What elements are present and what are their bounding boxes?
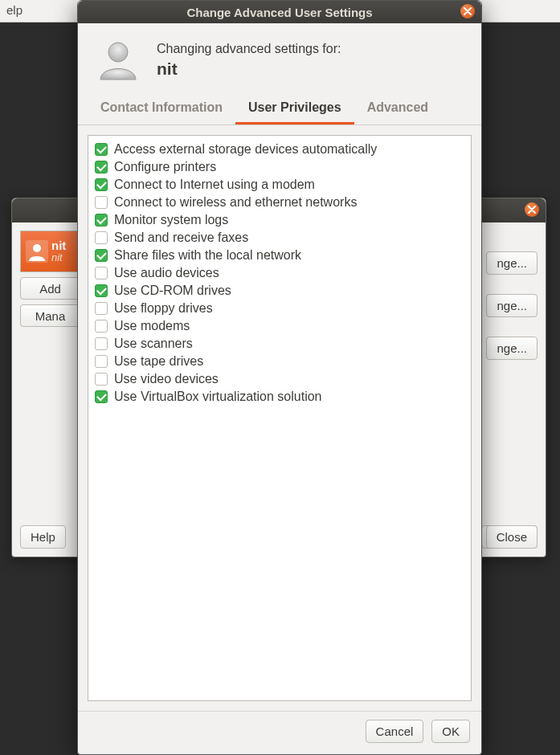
privilege-label: Use audio devices (114, 266, 219, 280)
privilege-row: Use audio devices (92, 264, 468, 282)
privilege-checkbox[interactable] (95, 284, 108, 297)
privilege-checkbox[interactable] (95, 214, 108, 226)
change-button-0[interactable]: nge... (486, 251, 538, 275)
privilege-label: Use scanners (114, 337, 193, 351)
user-login: nit (51, 252, 66, 263)
privilege-row: Use floppy drives (92, 300, 468, 317)
tab-user-privileges[interactable]: User Privileges (235, 94, 354, 124)
privilege-label: Connect to wireless and ethernet network… (114, 195, 357, 210)
privilege-checkbox[interactable] (95, 302, 108, 315)
close-icon[interactable] (460, 4, 475, 18)
tab-advanced[interactable]: Advanced (354, 94, 441, 124)
manage-button-label: Mana (35, 309, 66, 323)
avatar-icon (26, 240, 48, 263)
privilege-row: Connect to wireless and ethernet network… (92, 194, 468, 211)
user-avatar-icon (96, 38, 141, 83)
change-button-2[interactable]: nge... (486, 337, 538, 360)
privilege-label: Access external storage devices automati… (114, 142, 377, 157)
privilege-label: Use video devices (114, 372, 219, 386)
dialog-footer: Cancel OK (78, 711, 481, 754)
cancel-button[interactable]: Cancel (366, 720, 424, 743)
privilege-checkbox[interactable] (95, 249, 108, 262)
privilege-row: Send and receive faxes (92, 229, 468, 247)
user-item-selected[interactable]: nit nit (21, 231, 80, 271)
privilege-row: Use scanners (92, 335, 468, 353)
privilege-row: Use CD-ROM drives (92, 282, 468, 300)
privilege-row: Share files with the local network (92, 247, 468, 264)
tab-content-privileges: Access external storage devices automati… (78, 125, 481, 711)
privilege-checkbox[interactable] (95, 231, 108, 244)
privilege-checkbox[interactable] (95, 178, 108, 191)
add-user-button[interactable]: Add (20, 277, 80, 300)
privilege-row: Use tape drives (92, 353, 468, 370)
privilege-row: Monitor system logs (92, 211, 468, 229)
close-button[interactable]: Close (486, 525, 538, 549)
privilege-checkbox[interactable] (95, 355, 108, 368)
help-button[interactable]: Help (20, 525, 66, 549)
privilege-row: Use modems (92, 317, 468, 335)
privilege-label: Use tape drives (114, 354, 203, 369)
privilege-label: Connect to Internet using a modem (114, 178, 315, 192)
privilege-checkbox[interactable] (95, 267, 108, 280)
privilege-label: Configure printers (114, 160, 216, 174)
close-icon[interactable] (525, 202, 539, 217)
users-sidebar: nit nit (20, 231, 80, 272)
privilege-label: Use VirtualBox virtualization solution (114, 390, 322, 404)
svg-point-0 (33, 244, 41, 252)
privilege-row: Access external storage devices automati… (92, 141, 468, 158)
dialog-titlebar: Change Advanced User Settings (78, 1, 481, 23)
privilege-checkbox[interactable] (95, 196, 108, 209)
tab-contact-information[interactable]: Contact Information (88, 94, 235, 124)
dialog-header: Changing advanced settings for: nit (78, 23, 481, 94)
privilege-row: Connect to Internet using a modem (92, 176, 468, 194)
privilege-checkbox[interactable] (95, 161, 108, 173)
privilege-checkbox[interactable] (95, 320, 108, 333)
dialog-heading-line1: Changing advanced settings for: (157, 42, 341, 56)
privilege-checkbox[interactable] (95, 390, 108, 403)
privilege-row: Configure printers (92, 158, 468, 176)
privilege-label: Monitor system logs (114, 213, 228, 227)
privilege-label: Send and receive faxes (114, 231, 248, 245)
user-name: nit (51, 239, 66, 253)
privilege-label: Use CD-ROM drives (114, 284, 231, 298)
svg-point-1 (108, 43, 128, 62)
privilege-checkbox[interactable] (95, 143, 108, 156)
advanced-settings-dialog: Change Advanced User Settings Changing a… (77, 0, 482, 755)
privilege-checkbox[interactable] (95, 373, 108, 386)
add-button-label: Add (39, 282, 61, 296)
privilege-label: Share files with the local network (114, 248, 301, 263)
privilege-label: Use modems (114, 319, 190, 333)
menu-help[interactable]: elp (6, 3, 22, 17)
dialog-tabs: Contact Information User Privileges Adva… (78, 94, 481, 125)
dialog-title: Change Advanced User Settings (186, 6, 372, 19)
change-button-1[interactable]: nge... (486, 294, 538, 317)
privilege-checkbox[interactable] (95, 337, 108, 350)
privilege-label: Use floppy drives (114, 301, 213, 316)
dialog-heading-username: nit (157, 59, 341, 79)
privilege-row: Use video devices (92, 370, 468, 388)
ok-button[interactable]: OK (431, 720, 470, 743)
privilege-row: Use VirtualBox virtualization solution (92, 388, 468, 406)
manage-button[interactable]: Mana (20, 304, 80, 327)
privileges-list[interactable]: Access external storage devices automati… (88, 135, 472, 701)
